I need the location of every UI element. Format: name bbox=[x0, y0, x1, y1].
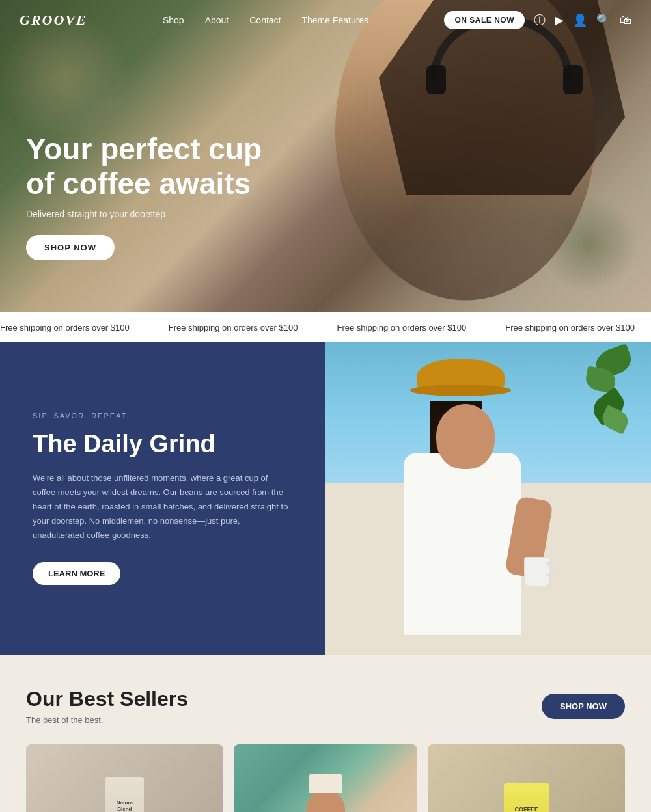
hero-content: Your perfect cup of coffee awaits Delive… bbox=[26, 132, 286, 260]
instagram-icon[interactable]: Ⓘ bbox=[534, 12, 546, 28]
hero-cta-button[interactable]: SHOP NOW bbox=[26, 235, 115, 260]
hero-section: Your perfect cup of coffee awaits Delive… bbox=[0, 0, 651, 312]
bestsellers-section: Our Best Sellers The best of the best. S… bbox=[0, 655, 651, 812]
product-label: COFFEE bbox=[514, 806, 538, 812]
nav-link-about[interactable]: About bbox=[205, 15, 229, 25]
hero-title: Your perfect cup of coffee awaits bbox=[26, 132, 286, 201]
split-body: We're all about those unfiltered moments… bbox=[33, 471, 293, 543]
split-eyebrow: SIP. SAVOR. REPEAT. bbox=[33, 412, 293, 420]
learn-more-button[interactable]: LEARN MORE bbox=[33, 562, 120, 585]
ticker-content: Free shipping on orders over $100 Free s… bbox=[0, 323, 651, 332]
tiktok-icon[interactable]: ▶ bbox=[555, 13, 564, 27]
scene-person bbox=[352, 381, 560, 655]
nav-link-shop[interactable]: Shop bbox=[163, 15, 184, 25]
ticker-item: Free shipping on orders over $100 bbox=[169, 323, 298, 332]
bestsellers-header: Our Best Sellers The best of the best. S… bbox=[26, 687, 625, 725]
split-right-panel bbox=[326, 342, 651, 655]
ticker-bar: Free shipping on orders over $100 Free s… bbox=[0, 312, 651, 342]
product-card[interactable]: COFFEE bbox=[428, 744, 625, 812]
account-icon[interactable]: 👤 bbox=[573, 13, 587, 27]
hero-subtitle: Delivered straight to your doorstep bbox=[26, 209, 286, 219]
bestsellers-subtitle: The best of the best. bbox=[26, 715, 188, 725]
nav-link-theme-features[interactable]: Theme Features bbox=[302, 15, 369, 25]
product-package: NaturaBlend bbox=[105, 777, 144, 812]
navbar: GROOVE Shop About Contact Theme Features… bbox=[0, 0, 651, 40]
product-package: COFFEE bbox=[504, 783, 549, 812]
bestsellers-text: Our Best Sellers The best of the best. bbox=[26, 687, 188, 725]
cart-icon[interactable]: 🛍 bbox=[620, 14, 631, 27]
on-sale-button[interactable]: ON SALE NOW bbox=[444, 11, 525, 29]
product-grid: NaturaBlend COFFEE bbox=[26, 744, 625, 812]
brand-logo[interactable]: GROOVE bbox=[20, 12, 87, 29]
split-left-panel: SIP. SAVOR. REPEAT. The Daily Grind We'r… bbox=[0, 342, 326, 655]
product-card[interactable] bbox=[234, 744, 418, 812]
search-icon[interactable]: 🔍 bbox=[596, 13, 611, 27]
nav-links: Shop About Contact Theme Features bbox=[163, 15, 368, 25]
ticker-item: Free shipping on orders over $100 bbox=[0, 323, 130, 332]
product-label: NaturaBlend bbox=[117, 800, 133, 812]
bestsellers-title: Our Best Sellers bbox=[26, 687, 188, 711]
split-section: SIP. SAVOR. REPEAT. The Daily Grind We'r… bbox=[0, 342, 651, 655]
navbar-right: ON SALE NOW Ⓘ ▶ 👤 🔍 🛍 bbox=[444, 11, 631, 29]
product-card[interactable]: NaturaBlend bbox=[26, 744, 223, 812]
scene-plant bbox=[583, 349, 641, 443]
shop-now-button[interactable]: SHOP NOW bbox=[542, 694, 625, 719]
ticker-item: Free shipping on orders over $100 bbox=[505, 323, 635, 332]
split-title: The Daily Grind bbox=[33, 430, 293, 458]
nav-link-contact[interactable]: Contact bbox=[249, 15, 281, 25]
ticker-item: Free shipping on orders over $100 bbox=[337, 323, 466, 332]
